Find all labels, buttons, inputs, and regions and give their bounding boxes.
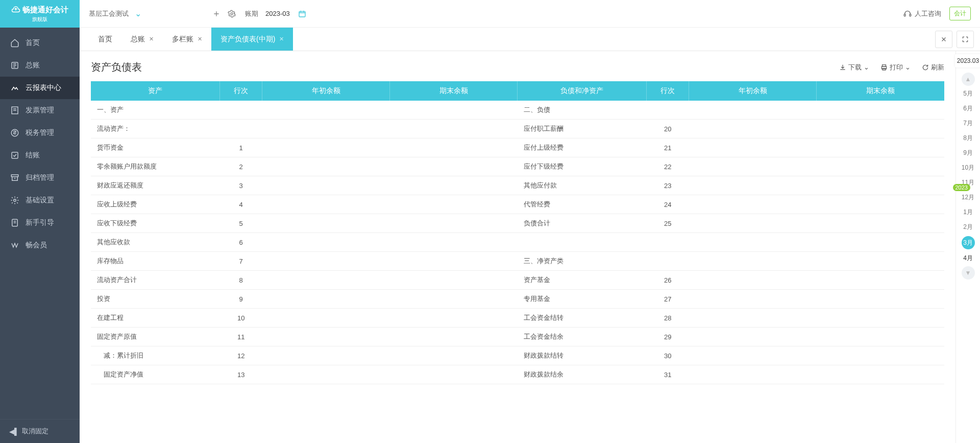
rail-month[interactable]: 7月 [960,118,976,129]
sidebar-item-guide[interactable]: 新手引导 [0,212,80,234]
print-button[interactable]: 打印 ⌄ [880,63,911,72]
settings-button[interactable] [227,9,237,19]
rail-month[interactable]: 4月 [960,252,976,264]
logo: 畅捷通好会计 旗舰版 [0,0,80,28]
begin-cell [689,290,817,309]
sidebar-item-tax[interactable]: 税务管理 [0,122,80,144]
role-badge[interactable]: 会计 [949,7,971,20]
calendar-icon[interactable] [297,9,307,19]
asset-cell: 零余额账户用款额度 [91,157,220,176]
liab-cell: 应付职工薪酬 [518,120,647,138]
end-cell [390,195,518,214]
row-cell: 21 [647,138,689,157]
asset-cell: 应收下级经费 [91,214,220,233]
svg-rect-4 [11,175,18,177]
begin-cell [689,233,817,252]
begin-cell [689,101,817,120]
support-link[interactable]: 人工咨询 [903,9,941,18]
row-cell: 26 [647,271,689,290]
topbar: 基层工会测试 ⌄ 账期 2023-03 人工咨询 会计 [80,0,980,28]
tab[interactable]: 多栏账✕ [163,28,211,51]
col-row1: 行次 [220,81,262,101]
close-icon[interactable]: ✕ [198,36,202,42]
svg-rect-3 [12,152,18,158]
close-icon[interactable]: ✕ [149,36,154,42]
table-row: 减：累计折旧12财政拨款结转30 [91,346,944,365]
end-cell [817,365,944,384]
row-cell: 10 [220,309,262,328]
close-tab-button[interactable] [935,31,952,48]
table-row: 财政应返还额度3其他应付款23 [91,176,944,195]
sidebar-item-vip[interactable]: 畅会员 [0,234,80,257]
row-cell [220,101,262,120]
unpin-label: 取消固定 [22,427,48,436]
rail-month[interactable]: 6月 [960,103,976,114]
rail-month[interactable]: 12月 [960,192,976,203]
rail-month[interactable]: 3月 [962,236,975,249]
period-value[interactable]: 2023-03 [263,10,292,17]
liab-cell: 其他应付款 [518,176,647,195]
row-cell: 6 [220,233,262,252]
refresh-button[interactable]: 刷新 [922,63,944,72]
rail-month[interactable]: 5月 [960,88,976,100]
end-cell [390,138,518,157]
end-cell [390,365,518,384]
sidebar-item-report[interactable]: 云报表中心 [0,77,80,99]
liab-cell: 负债合计 [518,214,647,233]
end-cell [390,157,518,176]
begin-cell [689,309,817,328]
rail-month[interactable]: 2月 [960,221,976,233]
begin-cell [689,271,817,290]
table-row: 固定资产原值11工会资金结余29 [91,328,944,346]
asset-cell: 在建工程 [91,309,220,328]
support-label: 人工咨询 [915,9,941,18]
rail-month[interactable]: 10月 [960,162,976,174]
invoice-icon [10,106,19,115]
liab-cell [518,233,647,252]
liab-cell: 专用基金 [518,290,647,309]
row-cell: 12 [220,346,262,365]
sidebar-item-label: 归档管理 [26,173,54,182]
begin-cell [689,120,817,138]
tab[interactable]: 总账✕ [121,28,163,51]
page-title: 资产负债表 [91,60,142,74]
tabs: 首页总账✕多栏账✕资产负债表(中期)✕ [80,28,980,51]
sidebar-item-close[interactable]: 结账 [0,144,80,167]
rail-period: 2023.03 [955,54,980,67]
close-icon[interactable]: ✕ [279,36,284,42]
sidebar-item-home[interactable]: 首页 [0,32,80,54]
download-button[interactable]: 下载 ⌄ [839,63,869,72]
sidebar-item-settings[interactable]: 基础设置 [0,189,80,212]
sidebar-item-gl[interactable]: 总账 [0,54,80,77]
asset-cell: 流动资产： [91,120,220,138]
svg-point-7 [231,13,233,15]
row-cell: 29 [647,328,689,346]
sidebar-item-archive[interactable]: 归档管理 [0,167,80,189]
row-cell: 27 [647,290,689,309]
org-selector[interactable]: 基层工会测试 ⌄ [89,9,206,18]
rail-month[interactable]: 8月 [960,132,976,144]
rail-down-button[interactable]: ▼ [962,266,975,279]
row-cell: 31 [647,365,689,384]
rail-month[interactable]: 1月 [960,206,976,218]
tab[interactable]: 首页 [89,28,121,51]
add-button[interactable] [211,9,222,19]
table-row: 流动资产合计8资产基金26 [91,271,944,290]
tab[interactable]: 资产负债表(中期)✕ [211,28,293,51]
sidebar-item-label: 总账 [26,61,40,70]
rail-month[interactable]: 9月 [960,147,976,159]
end-cell [390,233,518,252]
sidebar-item-invoice[interactable]: 发票管理 [0,99,80,122]
asset-cell: 货币资金 [91,138,220,157]
begin-cell [689,176,817,195]
table-row: 零余额账户用款额度2应付下级经费22 [91,157,944,176]
asset-cell: 应收上级经费 [91,195,220,214]
table-row: 流动资产：应付职工薪酬20 [91,120,944,138]
year-tag: 2023 [953,184,970,191]
unpin-button[interactable]: ◀▌ 取消固定 [0,419,80,443]
row-cell: 28 [647,309,689,328]
fullscreen-button[interactable] [957,31,974,48]
begin-cell [262,195,390,214]
rail-up-button[interactable]: ▲ [962,73,975,86]
row-cell: 23 [647,176,689,195]
